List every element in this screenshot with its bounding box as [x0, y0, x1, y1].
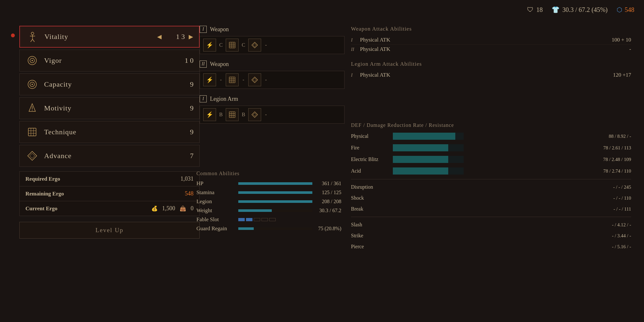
- vitality-label: Vitality: [44, 33, 154, 41]
- ability-hp-bar: [238, 182, 312, 185]
- capacity-icon: [25, 78, 39, 91]
- weapon-ii-slot3-icon[interactable]: [248, 73, 261, 86]
- status-disruption-label: Disruption: [351, 184, 393, 190]
- def-fire-values: 78 / 2.61 / 113: [467, 145, 631, 151]
- stat-row-technique[interactable]: Technique 9: [19, 121, 200, 143]
- weapon-ii-slot1-icon[interactable]: ⚡: [203, 73, 216, 86]
- stat-row-vitality[interactable]: Vitality ◀ 1 3 ▶: [19, 26, 200, 48]
- status-disruption-row: Disruption - / - / 245: [351, 183, 631, 192]
- status-shock-label: Shock: [351, 195, 393, 201]
- ability-hp-row: HP 361 / 361: [196, 180, 341, 187]
- stat-row-capacity[interactable]: Capacity 9: [19, 73, 200, 95]
- legion-atk-i-label: Physical ATK: [360, 72, 390, 78]
- def-physical-bar-wrap: [393, 133, 464, 140]
- svg-rect-14: [28, 128, 36, 136]
- svg-rect-29: [229, 112, 235, 118]
- def-fire-bar: [393, 144, 448, 151]
- def-fire-row: Fire 78 / 2.61 / 113: [351, 143, 631, 153]
- def-electric-bar: [393, 156, 448, 163]
- vitality-increase-arrow[interactable]: ▶: [189, 33, 193, 40]
- vitality-decrease-arrow[interactable]: ◀: [157, 33, 162, 40]
- stat-row-vigor[interactable]: Vigor 1 0: [19, 50, 200, 71]
- ability-fable-label: Fable Slot: [196, 216, 235, 223]
- globe-icon: ⬡: [617, 6, 622, 14]
- vitality-icon: [26, 30, 39, 43]
- weapon-atk-i-value: 100 + 10: [611, 37, 631, 43]
- weapon-i-slot3-icon[interactable]: [248, 39, 261, 52]
- status-pierce-values: - / 5.16 / -: [393, 244, 631, 250]
- def-acid-bar-wrap: [393, 167, 464, 175]
- svg-rect-19: [229, 42, 235, 48]
- weapon-i-num: I: [200, 26, 207, 33]
- required-ergo-row: Required Ergo 1,031: [20, 172, 199, 186]
- ability-stamina-value: 125 / 125: [316, 190, 341, 195]
- weapon-atk-ii-label-wrap: II Physical ATK: [351, 46, 390, 52]
- technique-icon: [25, 125, 39, 139]
- ability-legion-value: 208 / 208: [316, 199, 341, 204]
- weapon-i-slot1-grade: C: [218, 42, 224, 48]
- status-slash-label: Slash: [351, 222, 393, 228]
- technique-value: 9: [174, 128, 194, 136]
- vigor-icon: [25, 54, 39, 67]
- legion-slot3-grade: -: [263, 112, 269, 118]
- weapon-attack-section: Weapon Attack Abilities I Physical ATK 1…: [351, 26, 631, 54]
- stat-row-motivity[interactable]: Motivity 9: [19, 97, 200, 119]
- legion-slot3-icon[interactable]: [248, 108, 261, 121]
- armor-value: 30.3 / 67.2 (45%): [562, 6, 608, 14]
- weapon-ii-slot1-grade: -: [218, 77, 224, 83]
- status-pierce-row: Pierce - / 5.16 / -: [351, 242, 631, 251]
- ability-hp-value: 361 / 361: [316, 181, 341, 186]
- svg-point-7: [32, 60, 33, 61]
- def-acid-values: 78 / 2.74 / 110: [467, 168, 631, 174]
- weapon-ii-section: II Weapon ⚡ - - -: [200, 61, 345, 89]
- ability-guard-value: 75 (20.8%): [316, 226, 341, 232]
- weapon-ii-slots[interactable]: ⚡ - - -: [200, 71, 345, 89]
- legion-arm-slots[interactable]: ⚡ B B -: [200, 106, 345, 124]
- weapon-atk-i-row: I Physical ATK 100 + 10: [351, 35, 631, 45]
- ergo-value: 548: [625, 6, 634, 14]
- legion-slot2-icon[interactable]: [226, 108, 239, 121]
- svg-point-10: [32, 84, 33, 85]
- weapon-atk-i-label: Physical ATK: [360, 37, 390, 43]
- vitality-arrows[interactable]: ◀ 1 3 ▶: [157, 33, 193, 41]
- status-strike-label: Strike: [351, 233, 393, 239]
- weapon-i-slots[interactable]: ⚡ C C -: [200, 36, 345, 54]
- def-electric-row: Electric Blitz 78 / 2.48 / 109: [351, 155, 631, 164]
- ability-weight-row: Weight 30.3 / 67.2: [196, 207, 341, 214]
- ability-stamina-bar-wrap: [238, 191, 312, 194]
- stat-row-advance[interactable]: Advance 7: [19, 145, 200, 167]
- legion-slot1-icon[interactable]: ⚡: [203, 108, 216, 121]
- svg-point-0: [31, 32, 34, 35]
- required-ergo-value: 1,031: [181, 175, 194, 182]
- status-pierce-label: Pierce: [351, 244, 393, 250]
- status-shock-values: - / - / 110: [393, 195, 631, 201]
- weapon-atk-ii-roman: II: [351, 47, 357, 52]
- common-abilities-title: Common Abilities: [196, 171, 341, 176]
- level-up-button[interactable]: Level Up: [19, 222, 200, 239]
- weapon-i-header: I Weapon: [200, 26, 345, 33]
- status-break-values: - / - / 111: [393, 206, 631, 212]
- status-disruption-values: - / - / 245: [393, 185, 631, 190]
- ability-guard-bar: [238, 227, 254, 230]
- weapon-i-slot1-icon[interactable]: ⚡: [203, 39, 216, 52]
- armor-icon: 👕: [552, 6, 560, 14]
- weapon-ii-slot2-icon[interactable]: [226, 73, 239, 86]
- current-ergo-val1: 1,500: [162, 205, 175, 212]
- def-divider: [351, 179, 631, 179]
- legion-slot1-grade: B: [218, 112, 224, 118]
- def-acid-row: Acid 78 / 2.74 / 110: [351, 166, 631, 176]
- left-panel: Vitality ◀ 1 3 ▶ Vigor 1 0 Capacity: [19, 26, 200, 239]
- def-physical-label: Physical: [351, 133, 393, 139]
- weapon-i-slot2-icon[interactable]: [226, 39, 239, 52]
- ergo-counter: ⬡ 548: [617, 6, 634, 14]
- weapon-i-slot3-grade: -: [263, 42, 269, 48]
- def-section: DEF / Damage Reduction Rate / Resistance…: [351, 122, 631, 253]
- ability-stamina-row: Stamina 125 / 125: [196, 189, 341, 196]
- ability-weight-value: 30.3 / 67.2: [316, 208, 341, 213]
- capacity-label: Capacity: [44, 80, 174, 89]
- vitality-value: 1 3: [166, 33, 185, 41]
- remaining-ergo-label: Remaining Ergo: [25, 191, 64, 197]
- current-ergo-values: 💰 1,500 👜 0: [151, 205, 194, 212]
- ability-hp-label: HP: [196, 180, 235, 187]
- legion-arm-label: Legion Arm: [210, 96, 238, 102]
